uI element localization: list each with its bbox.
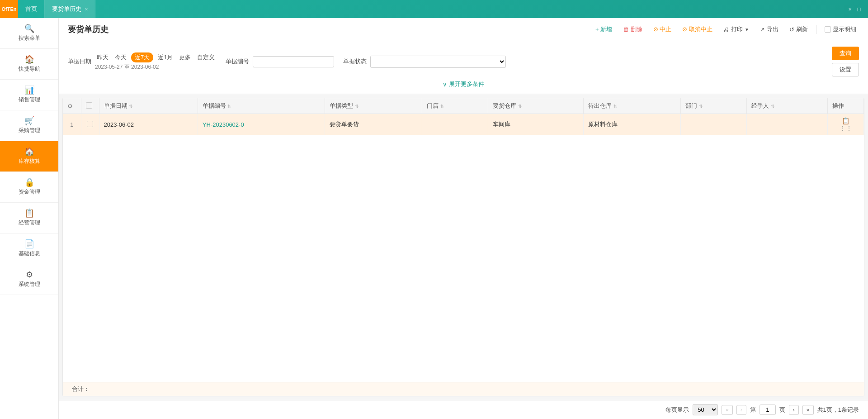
- sort-billtype-icon[interactable]: ⇅: [355, 104, 359, 109]
- inventory-icon: 🏠: [24, 148, 34, 156]
- row-num: 1: [63, 114, 81, 135]
- prev-page-button[interactable]: ‹: [736, 405, 746, 415]
- page-header: 要货单历史 + 新增 🗑 删除 ⊘ 中止 ⊘ 取消中止 🖨 🖨 打印 打印 ▼ …: [59, 18, 868, 41]
- row-reqwarehouse: 车间库: [488, 114, 584, 135]
- last-page-button[interactable]: »: [802, 405, 814, 415]
- row-checkbox[interactable]: [87, 121, 93, 127]
- main-layout: 🔍 搜索菜单 🏠 快捷导航 📊 销售管理 🛒 采购管理 🏠 库存核算 🔒 资金管…: [0, 18, 868, 419]
- sidebar-item-search[interactable]: 🔍 搜索菜单: [0, 18, 58, 49]
- operations-icon: 📋: [24, 209, 34, 217]
- col-header-handler: 经手人 ⇅: [747, 98, 828, 114]
- toolbar: + 新增 🗑 删除 ⊘ 中止 ⊘ 取消中止 🖨 🖨 打印 打印 ▼ ↗ 导出 ↺…: [593, 24, 859, 35]
- sort-reqwarehouse-icon[interactable]: ⇅: [518, 104, 522, 109]
- window-close-icon[interactable]: ×: [849, 6, 852, 13]
- col-header-pendingwarehouse: 待出仓库 ⇅: [584, 98, 681, 114]
- query-button[interactable]: 查询: [832, 47, 859, 60]
- row-check: [81, 114, 99, 135]
- bill-num-label: 单据编号: [226, 57, 249, 66]
- col-header-date: 单据日期 ⇅: [99, 98, 198, 114]
- row-shop: [422, 114, 488, 135]
- date-shortcut-more[interactable]: 更多: [177, 52, 193, 62]
- sidebar-item-system[interactable]: ⚙ 系统管理: [0, 264, 58, 295]
- pagination-bar: 每页显示 50 20 100 « ‹ 第 页 › » 共1页，1条记录: [59, 400, 868, 419]
- print-icon: 🖨: [723, 26, 729, 33]
- window-maximize-icon[interactable]: □: [857, 6, 861, 13]
- show-detail-checkbox[interactable]: [825, 26, 831, 33]
- content-area: 要货单历史 + 新增 🗑 删除 ⊘ 中止 ⊘ 取消中止 🖨 🖨 打印 打印 ▼ …: [59, 18, 868, 419]
- export-button[interactable]: ↗ 导出: [757, 24, 781, 35]
- sort-billno-icon[interactable]: ⇅: [227, 104, 231, 109]
- first-page-button[interactable]: «: [722, 405, 733, 415]
- date-shortcut-1month[interactable]: 近1月: [156, 52, 175, 62]
- sidebar-item-purchase[interactable]: 🛒 采购管理: [0, 110, 58, 141]
- table-container: ⚙ 单据日期 ⇅ 单据编号 ⇅: [62, 98, 864, 396]
- expand-more[interactable]: ∨ 展开更多条件: [68, 80, 859, 88]
- row-date: 2023-06-02: [99, 114, 198, 135]
- show-detail-toggle[interactable]: 显示明细: [822, 24, 859, 35]
- per-page-select[interactable]: 50 20 100: [693, 404, 718, 415]
- top-bar-right: × □: [841, 6, 868, 13]
- bill-num-filter-group: 单据编号: [226, 56, 334, 67]
- select-all-checkbox[interactable]: [86, 102, 92, 109]
- purchase-icon: 🛒: [24, 117, 34, 125]
- date-shortcut-today[interactable]: 今天: [113, 52, 128, 62]
- sidebar-item-operations[interactable]: 📋 经营管理: [0, 203, 58, 233]
- sort-dept-icon[interactable]: ⇅: [699, 104, 703, 109]
- sort-shop-icon[interactable]: ⇅: [440, 104, 444, 109]
- table-scroll[interactable]: ⚙ 单据日期 ⇅ 单据编号 ⇅: [63, 98, 864, 382]
- row-billno-link[interactable]: YH-20230602-0: [203, 121, 244, 128]
- new-button[interactable]: + 新增: [593, 24, 615, 35]
- search-icon: 🔍: [24, 24, 34, 33]
- sidebar-item-finance[interactable]: 🔒 资金管理: [0, 172, 58, 203]
- tab-requisition-history[interactable]: 要货单历史 ×: [45, 0, 95, 18]
- row-dept: [680, 114, 746, 135]
- col-header-dept: 部门 ⇅: [680, 98, 746, 114]
- bill-num-input[interactable]: [253, 56, 334, 67]
- table-row[interactable]: 1 2023-06-02 YH-20230602-0 要货单要货 车间库: [63, 114, 864, 135]
- per-page-label: 每页显示: [665, 406, 689, 414]
- bill-status-select[interactable]: [370, 56, 506, 68]
- page-number-input[interactable]: [760, 405, 776, 415]
- sort-handler-icon[interactable]: ⇅: [771, 104, 774, 109]
- row-edit-icon[interactable]: 📋: [842, 117, 849, 124]
- refresh-button[interactable]: ↺ 刷新: [787, 24, 811, 35]
- date-shortcut-yesterday[interactable]: 昨天: [95, 52, 110, 62]
- print-button[interactable]: 🖨 🖨 打印 打印 ▼: [721, 24, 752, 35]
- row-pendingwarehouse: 原材料仓库: [584, 114, 681, 135]
- stop-button[interactable]: ⊘ 中止: [651, 24, 675, 35]
- date-shortcut-list: 昨天 今天 近7天 近1月 更多 自定义: [95, 52, 217, 62]
- row-handler: [747, 114, 828, 135]
- filter-row: 单据日期 昨天 今天 近7天 近1月 更多 自定义 2023-05-27 至 2…: [68, 47, 859, 76]
- sidebar-item-quicknav[interactable]: 🏠 快捷导航: [0, 49, 58, 80]
- col-header-reqwarehouse: 要货仓库 ⇅: [488, 98, 584, 114]
- print-dropdown-icon[interactable]: ▼: [745, 27, 749, 32]
- settings-button[interactable]: 设置: [832, 63, 859, 76]
- tab-home[interactable]: 首页: [18, 0, 45, 18]
- date-shortcut-7days[interactable]: 近7天: [131, 52, 153, 62]
- col-header-billtype: 单据类型 ⇅: [325, 98, 422, 114]
- top-bar: OfTEn 首页 要货单历史 × × □: [0, 0, 868, 18]
- tab-close-icon[interactable]: ×: [85, 6, 88, 12]
- sort-date-icon[interactable]: ⇅: [129, 104, 132, 109]
- delete-button[interactable]: 🗑 删除: [620, 24, 645, 35]
- sidebar-item-basicinfo[interactable]: 📄 基础信息: [0, 233, 58, 264]
- sidebar-item-sales[interactable]: 📊 销售管理: [0, 80, 58, 110]
- home-icon: 🏠: [24, 55, 34, 63]
- col-header-check: [81, 98, 99, 114]
- next-page-button[interactable]: ›: [789, 405, 799, 415]
- page-end-label: 页: [779, 406, 785, 414]
- cancel-stop-button[interactable]: ⊘ 取消中止: [679, 24, 715, 35]
- row-more-icon[interactable]: ⋮⋮: [840, 124, 852, 132]
- page-label: 第: [750, 406, 756, 414]
- bill-status-label: 单据状态: [343, 57, 367, 66]
- sidebar-item-inventory[interactable]: 🏠 库存核算: [0, 141, 58, 172]
- top-bar-tabs: 首页 要货单历史 ×: [18, 0, 841, 18]
- toolbar-separator: [816, 25, 816, 34]
- row-billno: YH-20230602-0: [198, 114, 325, 135]
- brand-logo: OfTEn: [0, 0, 18, 18]
- sales-icon: 📊: [24, 86, 34, 94]
- date-shortcut-custom[interactable]: 自定义: [195, 52, 217, 62]
- table-settings-icon[interactable]: ⚙: [67, 103, 73, 110]
- sort-pendingwarehouse-icon[interactable]: ⇅: [613, 104, 617, 109]
- sidebar: 🔍 搜索菜单 🏠 快捷导航 📊 销售管理 🛒 采购管理 🏠 库存核算 🔒 资金管…: [0, 18, 59, 419]
